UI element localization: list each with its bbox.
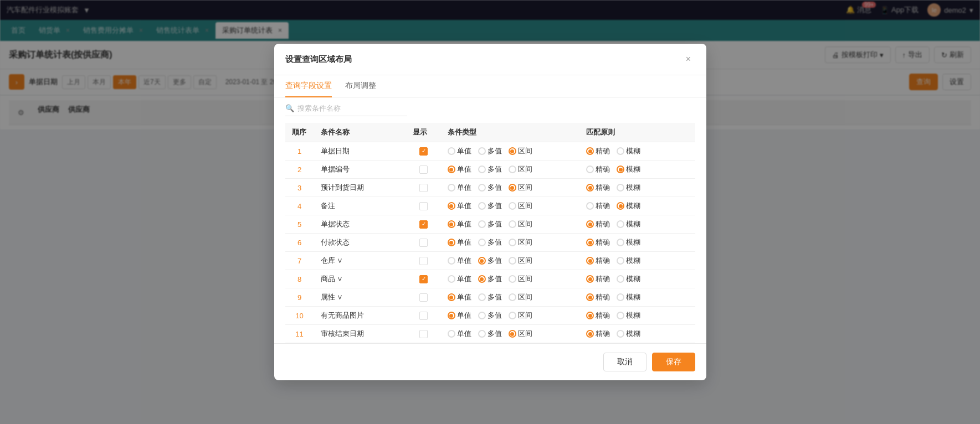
conditions-table: 顺序 条件名称 显示 条件类型 匹配原则 1单据日期单值多值区间精确模糊2单据编… (285, 123, 695, 130)
dialog-title: 设置查询区域布局 (285, 54, 352, 65)
tab-query-field-settings[interactable]: 查询字段设置 (285, 75, 332, 97)
settings-dialog: 设置查询区域布局 × 查询字段设置 布局调整 🔍 顺序 条件名称 显示 (274, 44, 706, 130)
search-box: 🔍 (285, 104, 407, 116)
search-icon: 🔍 (285, 104, 294, 112)
modal-overlay: 设置查询区域布局 × 查询字段设置 布局调整 🔍 顺序 条件名称 显示 (0, 0, 980, 130)
dialog-close-button[interactable]: × (682, 53, 695, 66)
th-match: 匹配原则 (579, 123, 695, 130)
th-order: 顺序 (285, 123, 314, 130)
search-input[interactable] (297, 104, 397, 112)
dialog-header: 设置查询区域布局 × (274, 44, 706, 75)
dialog-tabs: 查询字段设置 布局调整 (274, 75, 706, 97)
tab-layout-adjust[interactable]: 布局调整 (345, 75, 376, 97)
th-type: 条件类型 (441, 123, 579, 130)
th-display: 显示 (406, 123, 441, 130)
dialog-search-area: 🔍 (274, 97, 706, 123)
dialog-table-wrap: 顺序 条件名称 显示 条件类型 匹配原则 1单据日期单值多值区间精确模糊2单据编… (274, 123, 706, 130)
th-name: 条件名称 (314, 123, 407, 130)
